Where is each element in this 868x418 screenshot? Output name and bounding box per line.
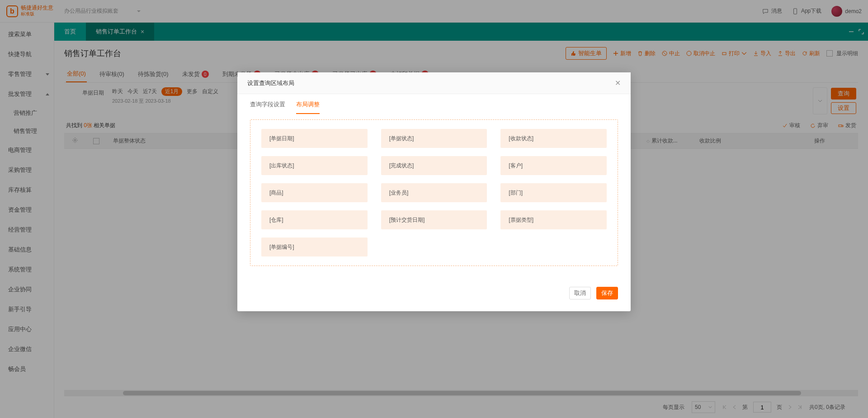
field-chip[interactable]: [完成状态]	[381, 156, 487, 175]
dialog-save-button[interactable]: 保存	[596, 287, 618, 299]
field-chip[interactable]: [单据日期]	[261, 129, 368, 148]
field-chip[interactable]: [出库状态]	[261, 156, 368, 175]
layout-settings-dialog: 设置查询区域布局 ✕ 查询字段设置 布局调整 [单据日期] [单据状态] [收款…	[237, 72, 631, 311]
field-chip[interactable]: [单据编号]	[261, 238, 368, 256]
field-chip[interactable]: [仓库]	[261, 210, 368, 229]
field-chip[interactable]: [业务员]	[381, 183, 487, 202]
field-chip[interactable]: [收款状态]	[500, 129, 607, 148]
dialog-tab-fields[interactable]: 查询字段设置	[250, 100, 285, 114]
field-chip[interactable]: [客户]	[500, 156, 607, 175]
dialog-tab-layout[interactable]: 布局调整	[296, 100, 320, 114]
field-chip[interactable]: [商品]	[261, 183, 368, 202]
dialog-close-button[interactable]: ✕	[615, 79, 621, 87]
field-chip[interactable]: [部门]	[500, 183, 607, 202]
dialog-cancel-button[interactable]: 取消	[569, 287, 591, 299]
field-chip[interactable]: [单据状态]	[381, 129, 487, 148]
dialog-title: 设置查询区域布局	[247, 79, 294, 87]
field-chip[interactable]: [预计交货日期]	[381, 210, 487, 229]
layout-drop-area[interactable]: [单据日期] [单据状态] [收款状态] [出库状态] [完成状态] [客户] …	[250, 119, 618, 266]
field-chip[interactable]: [票据类型]	[500, 210, 607, 229]
